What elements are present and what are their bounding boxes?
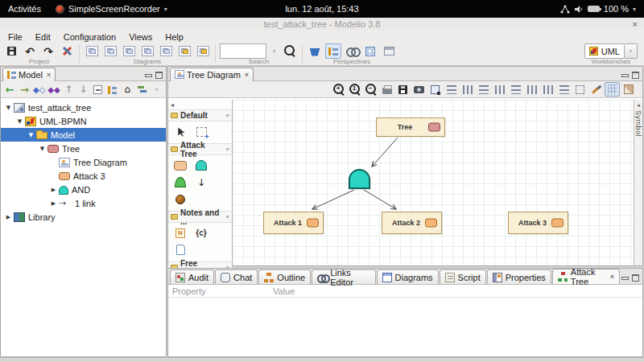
menu-help[interactable]: Help (165, 32, 184, 42)
same-height-button[interactable] (556, 82, 572, 97)
link-with-editor-button[interactable] (106, 83, 119, 97)
node-and-gate[interactable] (349, 169, 370, 189)
redo-button[interactable]: ↷ (40, 43, 56, 59)
zoom-in-button[interactable]: + (331, 82, 346, 97)
perspective-matrix-button[interactable] (362, 43, 378, 59)
menu-views[interactable]: Views (129, 32, 152, 42)
edge-and-to-attack2[interactable] (364, 190, 396, 209)
palette-group-notes[interactable]: Notes and ... « (168, 211, 232, 223)
create-activity-diagram-button[interactable] (158, 43, 174, 59)
save-image-button[interactable] (395, 82, 411, 97)
node-tree[interactable]: Tree (376, 117, 445, 137)
tree-item-project[interactable]: ▼ test_attack_tree (1, 101, 166, 114)
perspective-model-button[interactable] (325, 43, 341, 59)
create-class-diagram-button[interactable] (84, 43, 100, 59)
nav-back-button[interactable]: ← (3, 83, 16, 97)
tab-audit[interactable]: Audit (170, 269, 214, 284)
workbench-dropdown-button[interactable]: ▾ (625, 43, 638, 59)
maximize-icon[interactable] (631, 71, 638, 77)
home-button[interactable]: ⌂ (121, 83, 134, 97)
expander-icon[interactable]: ▼ (4, 105, 13, 111)
perspective-window-button[interactable] (381, 43, 397, 59)
tab-attack-tree[interactable]: Attack Tree× (552, 269, 620, 284)
create-sequence-diagram-button[interactable] (121, 43, 137, 59)
marquee-tool[interactable] (195, 125, 208, 138)
move-down-button[interactable]: ↓ (76, 83, 89, 97)
tab-chat[interactable]: Chat (215, 269, 258, 284)
search-options-button[interactable]: ▾ (269, 43, 279, 59)
perspective-bucket-button[interactable] (307, 43, 323, 59)
window-close-icon[interactable]: × (633, 19, 638, 30)
menu-configuration[interactable]: Configuration (64, 32, 116, 42)
same-width-button[interactable] (540, 82, 555, 97)
tree-item-library[interactable]: ▶ Library (1, 210, 166, 224)
create-deployment-diagram-button[interactable] (139, 43, 155, 59)
minimize-icon[interactable] (144, 71, 151, 77)
activities-button[interactable]: Activités (8, 4, 41, 14)
node-attack3[interactable]: Attack 3 (508, 212, 568, 234)
refresh-button[interactable] (135, 83, 148, 97)
create-usecase-diagram-button[interactable] (102, 43, 118, 59)
nav-related-blue-button[interactable]: ◆◇ (33, 83, 46, 97)
expander-icon[interactable]: ▶ (4, 214, 13, 220)
search-button[interactable] (282, 43, 298, 59)
tree-item-attack3[interactable]: Attack 3 (1, 169, 166, 183)
link-tool[interactable]: ↓ (195, 176, 208, 188)
nav-forward-button[interactable]: → (18, 83, 31, 97)
expander-icon[interactable]: ▼ (27, 132, 35, 138)
constraint-tool[interactable]: {c} (195, 227, 208, 239)
note-tool[interactable]: N (174, 227, 187, 239)
align-left-button[interactable] (460, 82, 475, 97)
window-titlebar[interactable]: test_attack_tree - Modelio 3.8 × (0, 18, 644, 31)
diagram-canvas[interactable]: Tree Attack 1 Attack 2 Attack 3 (233, 100, 634, 265)
tab-diagrams[interactable]: Diagrams (377, 269, 439, 284)
column-value[interactable]: Value (271, 286, 295, 296)
center-vertical-button[interactable] (508, 82, 523, 97)
close-icon[interactable]: × (47, 71, 51, 79)
expander-icon[interactable]: ▼ (15, 118, 24, 125)
document-tool[interactable] (174, 244, 187, 256)
and-gate-tool[interactable] (195, 159, 208, 171)
apply-style-button[interactable] (588, 82, 604, 97)
column-property[interactable]: Property (168, 286, 271, 296)
fit-selection-button[interactable] (427, 82, 443, 97)
node-attack2[interactable]: Attack 2 (382, 212, 442, 234)
tab-tree-diagram[interactable]: Tree Diagram × (170, 68, 254, 81)
fit-to-content-button[interactable] (572, 82, 588, 97)
tree-item-tree[interactable]: ▼ Tree (1, 142, 166, 155)
configure-button[interactable] (59, 43, 75, 59)
save-button[interactable] (3, 43, 19, 59)
tree-item-model[interactable]: ▼ Model (1, 128, 166, 142)
zoom-out-button[interactable]: − (363, 82, 378, 97)
nav-related-purple-button[interactable]: ◆◆ (47, 83, 60, 97)
palette-group-attack-tree[interactable]: Attack Tree « (168, 143, 232, 155)
align-top-button[interactable] (444, 82, 459, 97)
align-right-button[interactable] (492, 82, 507, 97)
tree-item-and[interactable]: ▶ AND (1, 183, 166, 196)
app-indicator[interactable]: SimpleScreenRecorder ▾ (56, 4, 167, 14)
tree-item-link[interactable]: ▶ ⇢ 1 link (1, 196, 166, 210)
palette-group-default[interactable]: Default « (168, 109, 232, 121)
tree-item-tree-diagram[interactable]: Tree Diagram (1, 155, 166, 169)
move-up-button[interactable]: ↑ (62, 83, 75, 97)
node-attack1[interactable]: Attack 1 (263, 212, 324, 234)
tab-outline[interactable]: Outline (258, 269, 311, 284)
system-status-menu[interactable]: 100 % ▾ (560, 4, 636, 14)
print-button[interactable] (379, 82, 394, 97)
expander-icon[interactable]: ▶ (49, 200, 58, 207)
tree-item-uml-bpmn[interactable]: ▼ UML-BPMN (1, 114, 166, 128)
align-bottom-button[interactable] (476, 82, 491, 97)
workbench-selector[interactable]: UML (584, 43, 625, 59)
select-tool[interactable] (174, 125, 187, 138)
edge-tree-to-and[interactable] (372, 138, 398, 167)
menu-file[interactable]: File (8, 32, 23, 42)
expander-icon[interactable]: ▼ (38, 146, 47, 152)
maximize-icon[interactable] (155, 71, 162, 77)
undo-button[interactable]: ↶ (22, 43, 38, 59)
tab-script[interactable]: Script (440, 269, 486, 284)
maximize-icon[interactable] (631, 274, 638, 280)
page-layout-button[interactable] (621, 82, 636, 97)
create-matrix-button[interactable] (195, 43, 211, 59)
zoom-100-button[interactable]: 1 (347, 82, 362, 97)
goal-node-tool[interactable] (174, 193, 187, 205)
